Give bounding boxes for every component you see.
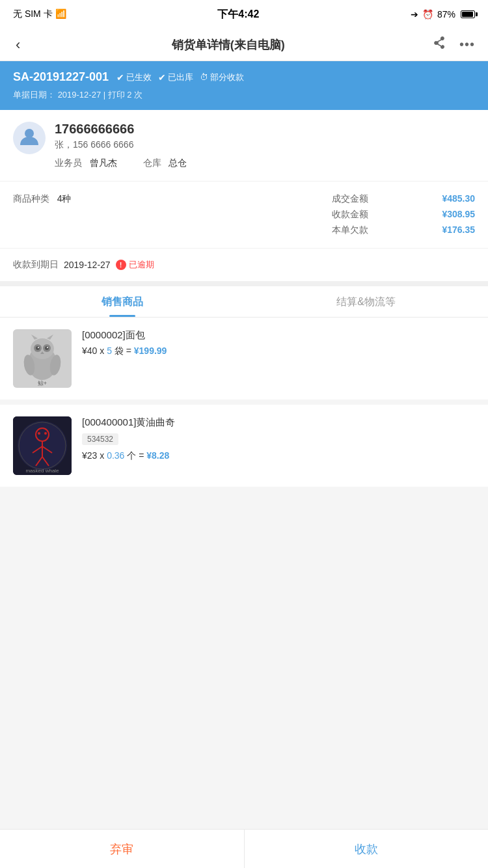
nav-bar: ‹ 销货单详情(来自电脑) ••• <box>0 29 488 61</box>
product-name-2: [000400001]黄油曲奇 <box>82 416 475 429</box>
warehouse-info: 仓库 总仓 <box>143 157 187 169</box>
tab-sales-products[interactable]: 销售商品 <box>0 286 244 317</box>
avatar <box>13 122 46 154</box>
status-shipped: ✔ 已出库 <box>158 72 193 83</box>
product-info-1: [0000002]面包 ¥40 x 5 袋 = ¥199.99 <box>82 329 475 357</box>
status-badges: ✔ 已生效 ✔ 已出库 ⏱ 部分收款 <box>116 72 244 83</box>
product-sku-2: 534532 <box>82 433 118 445</box>
share-button[interactable] <box>431 34 449 55</box>
bottom-bar: 弃审 收款 <box>0 829 488 868</box>
sales-info: 业务员 曾凡杰 <box>55 157 117 169</box>
svg-point-8 <box>38 347 39 348</box>
overdue-icon: ! <box>116 260 126 270</box>
tab-settlement[interactable]: 结算&物流等 <box>244 286 488 317</box>
received-amount-row: 收款金额 ¥308.95 <box>332 209 475 221</box>
product-list: 鲸+ [0000002]面包 ¥40 x 5 袋 = ¥199.99 <box>0 318 488 537</box>
status-time: 下午4:42 <box>217 8 259 21</box>
product-item-2: masked whale [000400001]黄油曲奇 534532 ¥23 … <box>0 405 488 487</box>
product-count: 商品种类 4种 <box>13 193 71 205</box>
tabs-bar: 销售商品 结算&物流等 <box>0 286 488 318</box>
product-name-1: [0000002]面包 <box>82 329 475 342</box>
due-date-label: 收款到期日 <box>13 259 59 271</box>
collect-button[interactable]: 收款 <box>245 830 489 868</box>
svg-text:鲸+: 鲸+ <box>38 380 47 387</box>
reject-button[interactable]: 弃审 <box>0 830 245 868</box>
owed-amount-row: 本单欠款 ¥176.35 <box>332 224 475 236</box>
status-effective: ✔ 已生效 <box>116 72 152 83</box>
back-button[interactable]: ‹ <box>10 31 25 59</box>
status-partial: ⏱ 部分收款 <box>200 72 244 83</box>
page-title: 销货单详情(来自电脑) <box>172 37 285 53</box>
status-battery: ➔ ⏰ 87% <box>411 9 475 20</box>
amounts-section: 商品种类 4种 成交金额 ¥485.30 收款金额 ¥308.95 本单欠款 ¥… <box>0 182 488 249</box>
due-date-value: 2019-12-27 <box>64 260 111 270</box>
svg-point-0 <box>25 129 34 138</box>
clock-icon: ⏱ <box>200 72 208 82</box>
nav-actions: ••• <box>431 34 478 55</box>
order-date-info: 单据日期： 2019-12-27 | 打印 2 次 <box>13 89 475 101</box>
customer-section: 17666666666 张，156 6666 6666 业务员 曾凡杰 仓库 总… <box>0 110 488 182</box>
svg-point-25 <box>44 432 47 435</box>
svg-point-7 <box>45 346 49 350</box>
svg-point-6 <box>36 346 40 350</box>
amounts-right: 成交金额 ¥485.30 收款金额 ¥308.95 本单欠款 ¥176.35 <box>332 193 475 236</box>
product-total-1: ¥199.99 <box>134 346 167 356</box>
alarm-icon: ⏰ <box>422 9 433 20</box>
product-price-1: ¥40 x 5 袋 = ¥199.99 <box>82 346 475 357</box>
product-total-2: ¥8.28 <box>146 450 169 461</box>
customer-name-phone: 张，156 6666 6666 <box>55 139 475 151</box>
due-date-section: 收款到期日 2019-12-27 ! 已逾期 <box>0 249 488 286</box>
customer-info: 17666666666 张，156 6666 6666 业务员 曾凡杰 仓库 总… <box>55 122 475 169</box>
avatar-icon <box>19 126 40 151</box>
product-info-2: [000400001]黄油曲奇 534532 ¥23 x 0.36 个 = ¥8… <box>82 416 475 462</box>
overdue-badge: ! 已逾期 <box>116 259 154 271</box>
order-header: SA-20191227-001 ✔ 已生效 ✔ 已出库 ⏱ 部分收款 单据日期：… <box>0 61 488 110</box>
location-icon: ➔ <box>411 9 418 20</box>
svg-point-9 <box>47 347 48 348</box>
battery-icon <box>461 10 475 18</box>
svg-text:masked whale: masked whale <box>25 468 59 474</box>
product-image-2: masked whale <box>13 416 72 475</box>
product-image-1: 鲸+ <box>13 329 72 388</box>
product-qty-1: 5 <box>107 346 112 356</box>
product-item-1: 鲸+ [0000002]面包 ¥40 x 5 袋 = ¥199.99 <box>0 318 488 400</box>
product-qty-2: 0.36 <box>107 450 124 461</box>
more-button[interactable]: ••• <box>457 34 478 55</box>
battery-percent: 87% <box>437 9 455 20</box>
deal-amount-row: 成交金额 ¥485.30 <box>332 193 475 205</box>
check-icon-2: ✔ <box>158 72 166 83</box>
customer-meta: 业务员 曾凡杰 仓库 总仓 <box>55 157 475 169</box>
status-signal: 无 SIM 卡 📶 <box>13 8 66 20</box>
order-id: SA-20191227-001 <box>13 70 109 84</box>
check-icon: ✔ <box>116 72 124 83</box>
status-bar: 无 SIM 卡 📶 下午4:42 ➔ ⏰ 87% <box>0 0 488 29</box>
customer-id: 17666666666 <box>55 122 475 137</box>
svg-point-24 <box>38 432 40 435</box>
product-price-2: ¥23 x 0.36 个 = ¥8.28 <box>82 450 475 462</box>
